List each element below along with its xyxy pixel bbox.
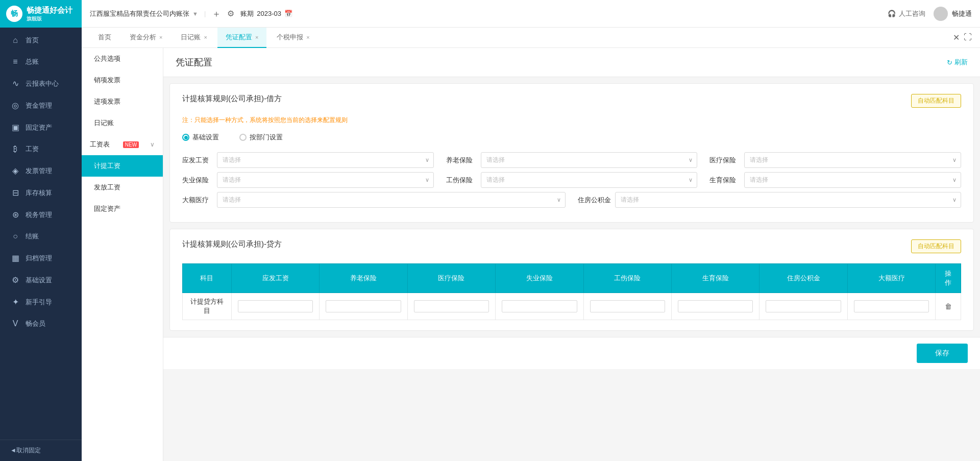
sidebar-item-member[interactable]: V 畅会员	[0, 313, 82, 334]
col-subject: 科目	[183, 264, 232, 293]
sidebar-unpin[interactable]: ◄取消固定	[0, 440, 82, 461]
form-item-daeyiliao: 大额医疗 请选择 ∨	[182, 192, 566, 208]
cell-input-yingfa[interactable]	[238, 300, 313, 312]
user-menu[interactable]: 畅捷通	[934, 7, 972, 21]
sidebar-item-ledger[interactable]: ≡ 总账	[0, 51, 82, 72]
tab-voucher-config[interactable]: 凭证配置 ×	[217, 28, 266, 48]
new-badge: NEW	[123, 141, 139, 148]
checkout-icon: ○	[10, 232, 20, 241]
radio-group: 基础设置 按部门设置	[182, 133, 961, 142]
credit-auto-match-button[interactable]: 自动匹配科目	[911, 239, 961, 253]
period-display: 账期 2023-03 📅	[240, 9, 292, 18]
delete-row-icon[interactable]: 🗑	[945, 302, 952, 310]
sidebar-nav: ⌂ 首页 ≡ 总账 ∿ 云报表中心 ◎ 资金管理 ▣ 固定资产 ₿ 工资 ◈ 发…	[0, 28, 82, 440]
row-cell-yanglao	[320, 293, 407, 320]
zhufang-label: 住房公积金	[578, 196, 611, 205]
sidebar-item-basic-setting[interactable]: ⚙ 基础设置	[0, 269, 82, 291]
radio-dept[interactable]: 按部门设置	[239, 133, 283, 142]
sidebar-item-fund[interactable]: ◎ 资金管理	[0, 94, 82, 116]
row-cell-gongshang	[583, 293, 671, 320]
nav-pay-salary[interactable]: 发放工资	[82, 177, 163, 198]
sidebar-item-cloud-report[interactable]: ∿ 云报表中心	[0, 72, 82, 94]
shengyu-label: 生育保险	[709, 176, 740, 185]
cell-input-shiye[interactable]	[502, 300, 577, 312]
period-label: 账期	[240, 9, 254, 18]
service-button[interactable]: 🎧 人工咨询	[888, 9, 925, 18]
daeyiliao-select[interactable]: 请选择 ∨	[217, 192, 566, 208]
logo-title: 畅捷通好会计	[27, 6, 72, 15]
nav-sales-invoice[interactable]: 销项发票	[82, 69, 163, 91]
shengyu-select[interactable]: 请选择 ∨	[744, 172, 961, 188]
radio-basic[interactable]: 基础设置	[182, 133, 219, 142]
col-yiliao: 医疗保险	[407, 264, 495, 293]
col-shiye: 失业保险	[496, 264, 583, 293]
tab-bar: 首页 资金分析 × 日记账 × 凭证配置 × 个税申报 × ✕ ⛶	[82, 28, 980, 48]
close-tab-icon[interactable]: ✕	[953, 33, 960, 42]
credit-section: 自动匹配科目 计提核算规则(公司承担)-贷方 科目 应发工资 养老保险 医疗保险…	[169, 229, 974, 331]
close-voucher-config-tab[interactable]: ×	[255, 34, 258, 40]
yanglao-select[interactable]: 请选择 ∨	[481, 152, 698, 168]
tab-journal[interactable]: 日记账 ×	[173, 28, 215, 48]
nav-calc-salary[interactable]: 计提工资	[82, 155, 163, 177]
zhufang-chevron-icon: ∨	[952, 197, 957, 203]
zhufang-select[interactable]: 请选择 ∨	[615, 192, 961, 208]
sidebar-item-archive[interactable]: ▦ 归档管理	[0, 247, 82, 269]
refresh-button[interactable]: ↻ 刷新	[947, 58, 968, 67]
tab-tax-report[interactable]: 个税申报 ×	[268, 28, 317, 48]
tab-fund-analysis[interactable]: 资金分析 ×	[121, 28, 170, 48]
debit-auto-match-button[interactable]: 自动匹配科目	[911, 94, 961, 108]
chevron-down-icon: ∨	[150, 141, 155, 148]
cell-input-shengyu[interactable]	[678, 300, 753, 312]
add-account-button[interactable]: ＋	[212, 8, 221, 20]
sidebar-item-home[interactable]: ⌂ 首页	[0, 30, 82, 51]
gongshang-select[interactable]: 请选择 ∨	[481, 172, 698, 188]
yiliao-select[interactable]: 请选择 ∨	[744, 152, 961, 168]
inventory-icon: ⊟	[10, 188, 20, 198]
setting-icon: ⚙	[10, 275, 20, 285]
col-action: 操作	[936, 264, 961, 293]
close-fund-analysis-tab[interactable]: ×	[159, 34, 162, 40]
sidebar-item-invoice[interactable]: ◈ 发票管理	[0, 160, 82, 182]
yingfa-chevron-icon: ∨	[425, 157, 429, 163]
shiye-select[interactable]: 请选择 ∨	[217, 172, 434, 188]
nav-purchase-invoice[interactable]: 进项发票	[82, 91, 163, 112]
table-header-row: 科目 应发工资 养老保险 医疗保险 失业保险 工伤保险 生育保险 住房公积金 大…	[183, 264, 961, 293]
yiliao-label: 医疗保险	[709, 156, 740, 165]
radio-basic-circle	[182, 134, 189, 141]
company-selector[interactable]: 江西服宝精品有限责任公司内账张 ▼	[90, 9, 198, 18]
sidebar-item-salary[interactable]: ₿ 工资	[0, 138, 82, 160]
left-nav: 公共选项 销项发票 进项发票 日记账 工资表 NEW ∨ 计提工资 发放工资	[82, 48, 163, 461]
save-button[interactable]: 保存	[917, 344, 968, 363]
calendar-icon[interactable]: 📅	[284, 10, 292, 17]
settings-icon[interactable]: ⚙	[227, 9, 234, 18]
nav-public[interactable]: 公共选项	[82, 48, 163, 69]
close-journal-tab[interactable]: ×	[204, 34, 207, 40]
period-value: 2023-03	[257, 10, 281, 17]
nav-journal[interactable]: 日记账	[82, 112, 163, 134]
nav-salary-sheet-group[interactable]: 工资表 NEW ∨	[82, 134, 163, 155]
sidebar-item-fixed-asset[interactable]: ▣ 固定资产	[0, 116, 82, 138]
sidebar-item-tax[interactable]: ⊛ 税务管理	[0, 204, 82, 226]
expand-tab-icon[interactable]: ⛶	[964, 33, 972, 42]
zhufang-placeholder: 请选择	[621, 196, 639, 204]
radio-dept-label: 按部门设置	[250, 133, 283, 142]
tab-home[interactable]: 首页	[90, 28, 119, 48]
credit-table: 科目 应发工资 养老保险 医疗保险 失业保险 工伤保险 生育保险 住房公积金 大…	[182, 263, 961, 320]
main-panel: 凭证配置 ↻ 刷新 自动匹配科目 计提核算规则(公司承担)-借方 注：只能选择一…	[163, 48, 980, 461]
close-tax-report-tab[interactable]: ×	[306, 34, 309, 40]
yingfa-select[interactable]: 请选择 ∨	[217, 152, 434, 168]
cell-input-yiliao[interactable]	[414, 300, 489, 312]
cell-input-zhufang[interactable]	[766, 300, 841, 312]
sidebar-item-checkout[interactable]: ○ 结账	[0, 226, 82, 247]
debit-section-title: 计提核算规则(公司承担)-借方	[182, 94, 961, 104]
nav-fixed-asset[interactable]: 固定资产	[82, 198, 163, 220]
cell-input-gongshang[interactable]	[590, 300, 665, 312]
form-item-gongshang: 工伤保险 请选择 ∨	[446, 172, 698, 188]
cell-input-yanglao[interactable]	[326, 300, 401, 312]
debit-section-note: 注：只能选择一种方式，系统将按照您当前的选择来配置规则	[182, 116, 961, 125]
daeyiliao-label: 大额医疗	[182, 196, 213, 205]
cell-input-daeyiliao[interactable]	[854, 300, 929, 312]
sidebar-item-guide[interactable]: ✦ 新手引导	[0, 291, 82, 313]
row-cell-yingfa	[231, 293, 319, 320]
sidebar-item-inventory[interactable]: ⊟ 库存核算	[0, 182, 82, 204]
